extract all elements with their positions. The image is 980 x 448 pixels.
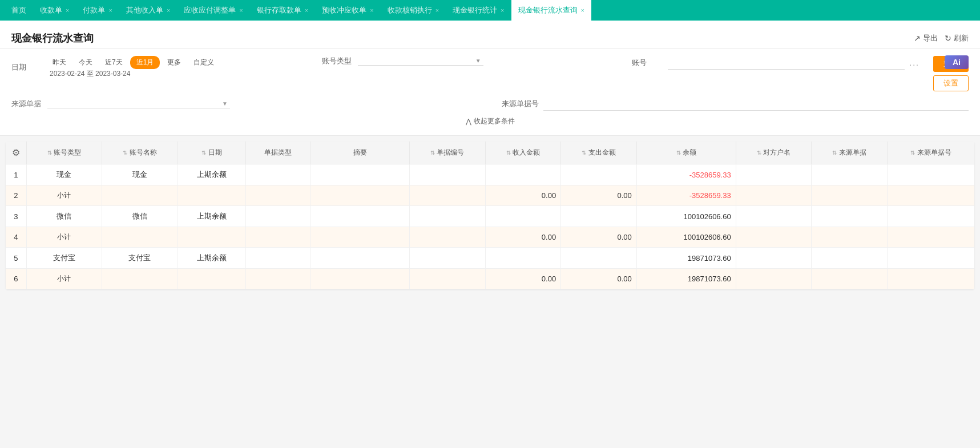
nav-tab-prepayment[interactable]: 预收冲应收单 × <box>315 0 380 21</box>
date-btn-more[interactable]: 更多 <box>162 56 186 69</box>
nav-tab-collection-exec-close[interactable]: × <box>435 7 439 14</box>
source-doc-filter-group: 来源单据 ▼ <box>11 99 479 109</box>
cell-accountType: 微信 <box>26 206 102 227</box>
cell-sourceDoc <box>812 248 888 269</box>
cell-accountType: 支付宝 <box>26 248 102 269</box>
cell-accountName <box>102 269 178 289</box>
cell-balance: 100102606.60 <box>636 227 736 248</box>
col-doc-no: ⇅ 单据编号 <box>410 142 486 164</box>
cell-sourceDoc <box>812 269 888 289</box>
nav-tab-cash-bank-flow-close[interactable]: × <box>581 7 584 14</box>
account-no-filter-group: 账号 ... <box>632 56 919 70</box>
table-row: 2小计0.000.00-3528659.33 <box>6 185 974 206</box>
cell-expense: 0.00 <box>561 227 637 248</box>
cell-accountType: 小计 <box>26 185 102 206</box>
cell-docNo <box>410 269 486 289</box>
cell-date <box>178 185 246 206</box>
nav-tab-bank-deposit[interactable]: 银行存取款单 × <box>250 0 315 21</box>
cell-income: 0.00 <box>485 227 561 248</box>
cell-expense: 0.00 <box>561 269 637 289</box>
col-income-label: 收入金额 <box>513 148 540 156</box>
cell-date <box>178 269 246 289</box>
col-date: ⇅ 日期 <box>178 142 246 164</box>
nav-tab-cash-bank-stats-close[interactable]: × <box>501 7 504 14</box>
cell-summary <box>310 164 410 185</box>
refresh-button[interactable]: ↻ 刷新 <box>945 33 969 43</box>
col-account-name: ⇅ 账号名称 <box>102 142 178 164</box>
top-navigation: 首页 收款单 × 付款单 × 其他收入单 × 应收应付调整单 × 银行存取款单 … <box>0 0 980 21</box>
nav-tab-other-income-label: 其他收入单 <box>126 5 163 15</box>
account-no-label: 账号 <box>632 58 663 68</box>
cell-docType <box>246 269 310 289</box>
row-index: 1 <box>6 164 26 185</box>
cell-summary <box>310 227 410 248</box>
cell-docType <box>246 206 310 227</box>
date-btn-7days[interactable]: 近7天 <box>100 56 128 69</box>
refresh-label: 刷新 <box>954 33 969 43</box>
nav-tab-other-income-close[interactable]: × <box>167 7 170 14</box>
cell-summary <box>310 206 410 227</box>
nav-tab-collection-exec[interactable]: 收款核销执行 × <box>381 0 446 21</box>
cell-sourceDocNo <box>887 206 974 227</box>
nav-tab-home[interactable]: 首页 <box>5 0 33 21</box>
cell-balance: -3528659.33 <box>636 164 736 185</box>
nav-tab-cash-bank-stats[interactable]: 现金银行统计 × <box>446 0 511 21</box>
date-filter-group: 日期 昨天 今天 近7天 近1月 更多 自定义 2023-02-24 至 202… <box>11 56 299 79</box>
date-btn-1month[interactable]: 近1月 <box>130 56 160 69</box>
cell-expense <box>561 164 637 185</box>
main-table-container: ⚙ ⇅ 账号类型 ⇅ 账号名称 ⇅ 日期 单据类型 摘要 <box>6 142 974 289</box>
col-counterparty-label: 对方户名 <box>763 148 791 156</box>
cell-sourceDocNo <box>887 185 974 206</box>
cell-balance: -3528659.33 <box>636 185 736 206</box>
cell-sourceDocNo <box>887 269 974 289</box>
nav-tab-receipts[interactable]: 收款单 × <box>33 0 76 21</box>
cell-accountName: 现金 <box>102 164 178 185</box>
nav-tab-receipts-close[interactable]: × <box>66 7 69 14</box>
nav-tab-bank-deposit-close[interactable]: × <box>305 7 308 14</box>
source-doc-select[interactable]: ▼ <box>47 99 230 108</box>
nav-tab-payments[interactable]: 付款单 × <box>76 0 119 21</box>
cell-sourceDoc <box>812 227 888 248</box>
date-btn-yesterday[interactable]: 昨天 <box>47 56 71 69</box>
table-header: ⚙ ⇅ 账号类型 ⇅ 账号名称 ⇅ 日期 单据类型 摘要 <box>6 142 974 164</box>
header-actions: ↗ 导出 ↻ 刷新 <box>914 33 969 43</box>
cell-income: 0.00 <box>485 269 561 289</box>
ai-badge[interactable]: Ai <box>945 55 969 69</box>
cell-accountType: 小计 <box>26 269 102 289</box>
col-doc-type: 单据类型 <box>246 142 310 164</box>
col-source-doc-label: 来源单据 <box>839 148 866 156</box>
nav-tab-cash-bank-flow[interactable]: 现金银行流水查询 × <box>511 0 591 21</box>
col-source-doc: ⇅ 来源单据 <box>812 142 888 164</box>
date-btn-today[interactable]: 今天 <box>74 56 98 69</box>
col-account-type-label: 账号类型 <box>54 148 81 156</box>
row-index: 5 <box>6 248 26 269</box>
cell-sourceDoc <box>812 185 888 206</box>
cell-date: 上期余额 <box>178 164 246 185</box>
account-ellipsis-btn[interactable]: ... <box>909 58 919 67</box>
cell-docNo <box>410 206 486 227</box>
account-type-filter-group: 账号类型 ▼ <box>322 56 610 66</box>
date-btn-custom[interactable]: 自定义 <box>188 56 219 69</box>
source-doc-label: 来源单据 <box>11 99 43 109</box>
nav-tab-payments-close[interactable]: × <box>108 7 112 14</box>
account-type-label: 账号类型 <box>322 56 353 66</box>
nav-tab-ar-ap-adjust[interactable]: 应收应付调整单 × <box>177 0 249 21</box>
cell-counterparty <box>736 227 812 248</box>
nav-tab-other-income[interactable]: 其他收入单 × <box>119 0 177 21</box>
page-title: 现金银行流水查询 <box>11 31 94 45</box>
refresh-icon: ↻ <box>945 34 951 43</box>
nav-tab-ar-ap-adjust-close[interactable]: × <box>239 7 243 14</box>
collapse-filters-btn[interactable]: ⋀ 收起更多条件 <box>11 113 969 128</box>
cell-summary <box>310 185 410 206</box>
cell-income: 0.00 <box>485 185 561 206</box>
export-button[interactable]: ↗ 导出 <box>914 33 938 43</box>
col-income: ⇅ 收入金额 <box>485 142 561 164</box>
nav-tab-prepayment-close[interactable]: × <box>370 7 373 14</box>
data-table: ⚙ ⇅ 账号类型 ⇅ 账号名称 ⇅ 日期 单据类型 摘要 <box>6 142 974 289</box>
column-settings-icon[interactable]: ⚙ <box>12 148 20 158</box>
page-header: 现金银行流水查询 ↗ 导出 ↻ 刷新 <box>0 21 980 49</box>
settings-button[interactable]: 设置 <box>933 75 969 91</box>
table-row: 4小计0.000.00100102606.60 <box>6 227 974 248</box>
account-type-select[interactable]: ▼ <box>358 56 483 66</box>
cell-accountName <box>102 227 178 248</box>
